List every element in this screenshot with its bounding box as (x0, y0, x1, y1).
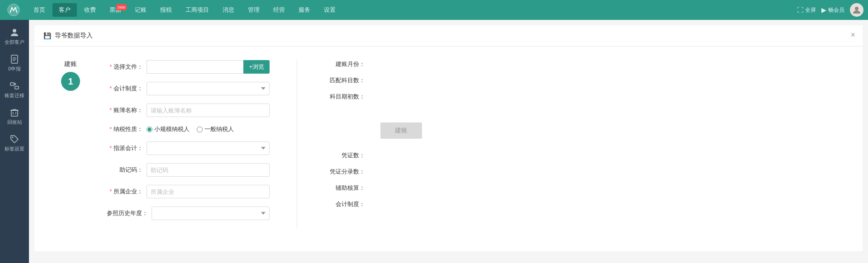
svg-rect-10 (11, 110, 18, 116)
aux-label: 辅助核算： (324, 184, 365, 192)
accounting-system-label: 会计制度： (324, 200, 365, 208)
migrate-icon (10, 81, 19, 90)
accounting-system-row: 会计制度： (324, 200, 478, 208)
accountant-label: * 指派会计： (107, 144, 143, 152)
voucher-entries-row: 凭证分录数： (324, 168, 478, 176)
section-divider (297, 60, 297, 228)
import-icon: 💾 (43, 32, 51, 39)
history-select[interactable] (152, 207, 270, 220)
nav-service[interactable]: 服务 (292, 3, 317, 17)
svg-point-3 (13, 29, 16, 33)
aux-row: 辅助核算： (324, 184, 478, 192)
sidebar-label-migrate: 账套迁移 (5, 92, 24, 99)
history-row: 参照历史年度： (107, 207, 270, 220)
logo (5, 1, 23, 19)
build-account-button[interactable]: 建账 (380, 122, 422, 139)
company-input[interactable] (147, 185, 270, 198)
match-row: 匹配科目数： (324, 76, 478, 85)
accountant-select[interactable] (147, 141, 270, 155)
history-label: 参照历史年度： (107, 209, 148, 217)
sidebar-label-recycle: 回收站 (7, 119, 22, 126)
avatar[interactable] (850, 3, 863, 17)
voucher-label: 凭证数： (324, 151, 365, 160)
tax-general-label[interactable]: 一般纳税人 (197, 125, 234, 133)
company-label: * 所属企业： (107, 188, 143, 196)
tax-label: * 纳税性质： (107, 125, 143, 133)
period-label: 科目期初数： (324, 93, 365, 101)
nav-right: ⛶ 全屏 ▶ 畅会员 (797, 3, 863, 17)
fullscreen-btn[interactable]: ⛶ 全屏 (797, 6, 816, 14)
new-badge: new (116, 4, 127, 10)
voucher-row: 凭证数： (324, 151, 478, 160)
tax-row: * 纳税性质： 小规模纳税人 一般纳税人 (107, 125, 270, 133)
nav-settings[interactable]: 设置 (318, 3, 342, 17)
svg-rect-9 (15, 86, 19, 89)
file-icon (10, 55, 19, 64)
step-circle: 1 (61, 72, 80, 91)
tax-small-label[interactable]: 小规模纳税人 (147, 125, 190, 133)
period-row: 科目期初数： (324, 93, 478, 101)
file-input[interactable] (147, 60, 243, 74)
step-label: 建账 (64, 60, 77, 68)
month-label: 建账月份： (324, 60, 365, 68)
sidebar-label-declaration: 0申报 (8, 66, 21, 72)
sidebar: 全部客户 0申报 账套迁移 (0, 20, 29, 263)
nav-billing[interactable]: 收费 (78, 3, 102, 17)
tax-radio-group: 小规模纳税人 一般纳税人 (147, 125, 270, 133)
nav-accounting[interactable]: 记账 (128, 3, 153, 17)
tax-general-radio[interactable] (197, 127, 203, 132)
svg-point-2 (855, 7, 859, 10)
sidebar-item-migrate[interactable]: 账套迁移 (0, 78, 29, 103)
person-icon (10, 28, 19, 37)
ledger-label: * 账簿名称： (107, 106, 143, 114)
tax-small-text: 小规模纳税人 (154, 125, 190, 133)
tax-general-text: 一般纳税人 (204, 125, 234, 133)
form-section: * 选择文件： +浏览 * 会计制度： (107, 60, 270, 228)
nav-items: 首页 客户 收费 票据 new 记账 报税 工商项目 消息 管理 经营 服务 设… (27, 3, 797, 17)
memo-row: 助记码： (107, 163, 270, 177)
main-layout: 全部客户 0申报 账套迁移 (0, 20, 868, 263)
browse-button[interactable]: +浏览 (243, 60, 270, 74)
svg-rect-8 (10, 83, 14, 85)
month-row: 建账月份： (324, 60, 478, 68)
sidebar-item-recycle[interactable]: 回收站 (0, 104, 29, 129)
tax-small-radio[interactable] (147, 127, 152, 132)
nav-manage[interactable]: 管理 (242, 3, 266, 17)
top-nav: 首页 客户 收费 票据 new 记账 报税 工商项目 消息 管理 经营 服务 设… (0, 0, 868, 20)
sidebar-item-tag[interactable]: 标签设置 (0, 131, 29, 156)
file-input-wrap: +浏览 (147, 60, 270, 74)
company-row: * 所属企业： (107, 185, 270, 198)
nav-clients[interactable]: 客户 (52, 3, 77, 17)
accounting-row: * 会计制度： (107, 82, 270, 95)
accounting-label: * 会计制度： (107, 85, 143, 93)
nav-home[interactable]: 首页 (27, 3, 52, 17)
nav-invoice[interactable]: 票据 new (103, 3, 128, 17)
ledger-row: * 账簿名称： (107, 103, 270, 117)
ledger-input[interactable] (147, 103, 270, 117)
match-label: 匹配科目数： (324, 76, 365, 85)
nav-operation[interactable]: 经营 (267, 3, 291, 17)
dialog-header: 💾 导爷数据导入 × (34, 25, 863, 47)
file-label: * 选择文件： (107, 63, 143, 71)
sidebar-item-declaration[interactable]: 0申报 (0, 51, 29, 76)
svg-point-14 (12, 137, 14, 138)
info-section: 建账月份： 匹配科目数： 科目期初数： 建账 (324, 60, 478, 228)
nav-message[interactable]: 消息 (216, 3, 241, 17)
dialog-card: 💾 导爷数据导入 × 建账 1 * 选择文 (34, 25, 863, 251)
nav-business[interactable]: 工商项目 (179, 3, 215, 17)
step-section: 建账 1 (52, 60, 89, 228)
fullscreen-icon: ⛶ (797, 6, 803, 14)
play-icon: ▶ (821, 6, 826, 14)
content-area: 💾 导爷数据导入 × 建账 1 * 选择文 (29, 20, 868, 263)
dialog-body: 建账 1 * 选择文件： +浏览 (34, 47, 863, 242)
sidebar-item-all-clients[interactable]: 全部客户 (0, 24, 29, 49)
dialog-close-button[interactable]: × (850, 31, 855, 39)
memo-label: 助记码： (107, 166, 143, 174)
accountant-row: * 指派会计： (107, 141, 270, 155)
accounting-select[interactable] (147, 82, 270, 95)
memo-input[interactable] (147, 163, 270, 177)
vip-btn[interactable]: ▶ 畅会员 (821, 6, 844, 14)
svg-point-1 (16, 6, 19, 9)
sidebar-label-tag: 标签设置 (5, 146, 24, 152)
nav-tax[interactable]: 报税 (154, 3, 178, 17)
